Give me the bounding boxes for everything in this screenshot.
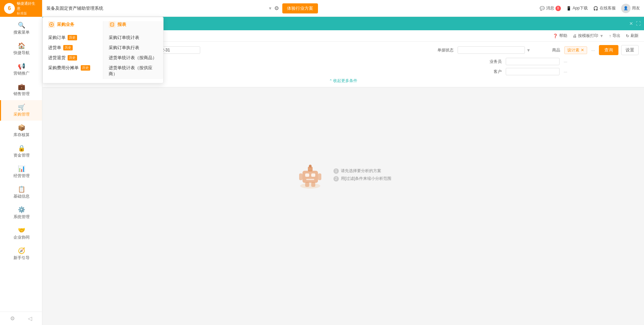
svg-rect-8: [318, 173, 321, 180]
sidebar: 6 畅捷通好生意 标准版 🔍 搜索菜单 🏠 快捷导航 📢 营销推广 💼 销售管理…: [0, 0, 42, 325]
setting-button[interactable]: 设置: [621, 45, 639, 55]
customer-more-dots[interactable]: ···: [564, 69, 567, 74]
dropdown-item-purchase-order[interactable]: 采购订单 历史: [48, 33, 98, 43]
headset-icon: 🎧: [593, 6, 598, 11]
dropdown-item-report-1[interactable]: 采购订单统计表: [109, 33, 158, 43]
title-dropdown-arrow[interactable]: ▼: [268, 6, 272, 11]
tab-maximize-icon[interactable]: ⛶: [636, 21, 641, 26]
tab-close-all-icon[interactable]: ✕: [629, 21, 633, 26]
avatar: 👤: [621, 4, 631, 13]
export-icon: ↑: [609, 34, 611, 38]
query-button[interactable]: 查询: [599, 45, 618, 55]
logo-text: 畅捷通好生意 标准版: [17, 1, 38, 16]
status-label: 单据状态: [437, 47, 454, 53]
sidebar-item-search[interactable]: 🔍 搜索菜单: [0, 18, 42, 39]
svg-rect-9: [305, 182, 309, 187]
sidebar-item-marketing[interactable]: 📢 营销推广: [0, 59, 42, 80]
gear-icon: ⚙️: [18, 206, 25, 213]
sidebar-footer: ⚙ ◁: [0, 312, 42, 325]
customer-input[interactable]: [506, 68, 560, 75]
svg-rect-10: [311, 182, 315, 187]
help-button[interactable]: ❓ 帮助: [553, 33, 567, 39]
sidebar-item-purchase[interactable]: 🛒 采购管理: [0, 100, 42, 121]
salesman-input[interactable]: [506, 58, 560, 65]
sidebar-logo: 6 畅捷通好生意 标准版: [0, 0, 42, 17]
chart-icon: 📊: [18, 165, 25, 172]
goods-tag[interactable]: 设计素 ✕: [564, 46, 587, 54]
system-title: 装备及固定资产辅助管理系统: [46, 5, 268, 11]
refresh-icon: ↻: [626, 34, 629, 38]
notification-item[interactable]: 💬 消息 8: [540, 5, 561, 11]
svg-point-0: [300, 183, 320, 189]
sidebar-item-enterprise[interactable]: 🤝 企业协同: [0, 223, 42, 244]
salesman-label: 业务员: [490, 59, 502, 65]
sidebar-item-finance[interactable]: 🔒 资金管理: [0, 141, 42, 162]
topbar: 装备及固定资产辅助管理系统 ▼ ⚙ 体验行业方案 💬 消息 8 📱 App下载 …: [42, 0, 644, 17]
app-download-item[interactable]: 📱 App下载: [566, 5, 588, 11]
hist-badge-2: 历史: [68, 55, 77, 60]
topbar-right: 💬 消息 8 📱 App下载 🎧 在线客服 👤 用友: [540, 4, 640, 13]
notification-icon: 💬: [540, 6, 545, 11]
svg-rect-4: [306, 179, 314, 180]
export-button[interactable]: ↑ 导出: [609, 33, 620, 39]
report-title-icon: [109, 21, 115, 28]
lock-icon: 🔒: [18, 145, 25, 152]
sidebar-item-quick[interactable]: 🏠 快捷导航: [0, 39, 42, 59]
user-item[interactable]: 👤 用友: [621, 4, 640, 13]
search-icon: 🔍: [18, 22, 25, 29]
goods-tag-close[interactable]: ✕: [581, 48, 584, 52]
empty-state: 1 请先选择要分析的方案 2 用[过滤]条件来缩小分析范围: [42, 87, 644, 264]
dropdown-report-col: 报表 采购订单统计表 采购订单执行表 进货单统计表（按商品） 进货单统计表（按供…: [103, 21, 164, 79]
hist-badge-1: 历史: [63, 45, 73, 50]
topbar-settings-icon[interactable]: ⚙: [274, 5, 279, 11]
online-service-item[interactable]: 🎧 在线客服: [593, 5, 616, 11]
hist-badge-0: 历史: [68, 35, 77, 40]
print-button[interactable]: 🖨 按模板打印 ▼: [573, 33, 604, 39]
industry-plan-button[interactable]: 体验行业方案: [282, 3, 318, 13]
empty-tip-1: 1 请先选择要分析的方案: [333, 168, 392, 174]
sidebar-item-inventory[interactable]: 📦 库存核算: [0, 121, 42, 141]
dropdown-purchase-col: 采购业务 采购订单 历史 进货单 历史 进货退货 历史 采购费用分摊单 历史: [43, 21, 103, 79]
sidebar-item-operation[interactable]: 📊 经营管理: [0, 162, 42, 182]
briefcase-icon: 💼: [18, 83, 25, 90]
logo-icon: 6: [4, 3, 15, 14]
dropdown-overlay: 采购业务 采购订单 历史 进货单 历史 进货退货 历史 采购费用分摊单 历史: [42, 17, 164, 83]
phone-icon: 📱: [566, 6, 571, 11]
salesman-more-dots[interactable]: ···: [564, 59, 567, 64]
megaphone-icon: 📢: [18, 63, 25, 70]
sidebar-settings-button[interactable]: ⚙: [10, 315, 15, 322]
print-icon: 🖨: [573, 34, 577, 38]
refresh-button[interactable]: ↻ 刷新: [626, 33, 639, 39]
cart-icon: 🛒: [18, 104, 25, 111]
status-input[interactable]: [458, 46, 525, 54]
svg-rect-7: [299, 173, 302, 180]
dropdown-item-incoming[interactable]: 进货单 历史: [48, 43, 98, 53]
sidebar-item-sales[interactable]: 💼 销售管理: [0, 80, 42, 100]
dropdown-item-report-2[interactable]: 采购订单执行表: [109, 43, 158, 53]
dropdown-item-report-3[interactable]: 进货单统计表（按商品）: [109, 53, 158, 63]
empty-tips: 1 请先选择要分析的方案 2 用[过滤]条件来缩小分析范围: [333, 168, 392, 184]
dropdown-item-report-4[interactable]: 进货单统计表（按供应商）: [109, 63, 158, 79]
dropdown-item-expense[interactable]: 采购费用分摊单 历史: [48, 63, 98, 73]
help-icon: ❓: [553, 34, 558, 38]
sidebar-item-basic[interactable]: 📋 基础信息: [0, 182, 42, 203]
purchase-title-icon: [48, 21, 55, 28]
svg-rect-3: [311, 173, 315, 177]
sidebar-nav: 🔍 搜索菜单 🏠 快捷导航 📢 营销推广 💼 销售管理 🛒 采购管理 📦 库存核…: [0, 17, 42, 312]
dropdown-item-return[interactable]: 进货退货 历史: [48, 53, 98, 63]
notification-badge: 8: [556, 6, 561, 11]
collapse-button[interactable]: ⌃ 收起更多条件: [329, 78, 357, 84]
customer-label: 客户: [494, 69, 502, 75]
dropdown-menu: 采购业务 采购订单 历史 进货单 历史 进货退货 历史 采购费用分摊单 历史: [42, 17, 164, 83]
dropdown-purchase-title: 采购业务: [48, 21, 98, 29]
sidebar-collapse-button[interactable]: ◁: [28, 315, 32, 322]
svg-rect-12: [110, 23, 114, 26]
goods-more-dots[interactable]: ···: [591, 48, 595, 53]
filter-actions: 查询 设置: [599, 45, 639, 55]
print-dropdown-icon[interactable]: ▼: [600, 34, 604, 38]
sidebar-item-guide[interactable]: 🧭 新手引导: [0, 244, 42, 264]
goods-label: 商品: [552, 47, 560, 53]
empty-content: 1 请先选择要分析的方案 2 用[过滤]条件来缩小分析范围: [295, 161, 392, 191]
sidebar-item-system[interactable]: ⚙️ 系统管理: [0, 203, 42, 223]
status-dropdown-icon[interactable]: ▼: [526, 48, 531, 53]
